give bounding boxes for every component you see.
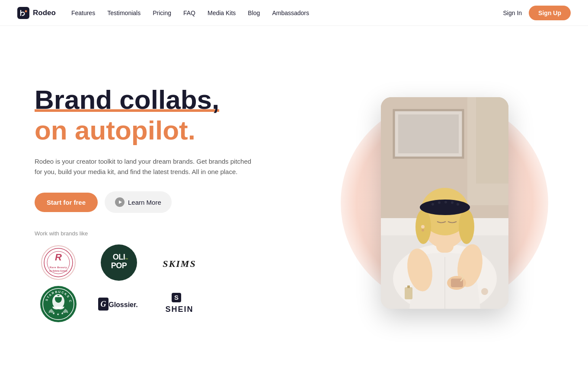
hero-right — [336, 97, 553, 309]
brand-rare-beauty: R Rare Beauty by Selena Gomez — [35, 245, 82, 280]
hero-buttons: Start for free Learn More — [35, 191, 303, 213]
brands-label: Work with brands like — [35, 230, 303, 237]
svg-point-41 — [431, 203, 434, 206]
play-icon — [115, 197, 125, 207]
brand-shein: S SHEIN — [156, 287, 203, 321]
svg-point-44 — [451, 201, 454, 204]
svg-rect-31 — [467, 97, 508, 205]
learn-more-label: Learn More — [128, 199, 161, 206]
nav-link-features[interactable]: Features — [71, 10, 95, 16]
hero-left: Brand collabs, on autopilot. Rodeo is yo… — [35, 84, 303, 321]
nav-links: Features Testimonials Pricing FAQ Media … — [71, 10, 309, 16]
logo-icon — [17, 7, 29, 19]
svg-text:SKIMS: SKIMS — [163, 258, 196, 269]
svg-text:Rare Beauty: Rare Beauty — [50, 266, 67, 269]
svg-point-1 — [25, 10, 27, 12]
hero-description: Rodeo is your creator toolkit to land yo… — [35, 156, 259, 178]
svg-text:by Selena Gomez: by Selena Gomez — [49, 270, 67, 272]
brand-olipop: OLI POP ™ — [95, 245, 143, 280]
svg-point-42 — [438, 201, 441, 204]
nav-right: Sign In Sign Up — [503, 6, 571, 20]
nav-link-pricing[interactable]: Pricing — [153, 10, 171, 16]
svg-text:★: ★ — [61, 312, 64, 315]
svg-rect-53 — [407, 285, 410, 288]
svg-text:™: ™ — [125, 257, 128, 261]
nav-left: Rodeo Features Testimonials Pricing FAQ … — [17, 7, 309, 19]
svg-rect-0 — [17, 7, 29, 19]
hero-title-line2: on autopilot. — [35, 115, 303, 146]
logo[interactable]: Rodeo — [17, 7, 56, 19]
svg-text:S: S — [174, 294, 179, 301]
brand-glossier: G Glossier. — [95, 287, 143, 321]
brands-grid: R Rare Beauty by Selena Gomez OLI POP ™ — [35, 245, 303, 321]
nav-link-ambassadors[interactable]: Ambassadors — [272, 10, 309, 16]
svg-text:POP: POP — [111, 261, 127, 270]
svg-rect-52 — [405, 287, 412, 299]
svg-text:SHEIN: SHEIN — [165, 305, 193, 314]
hero-phone-mockup — [381, 97, 508, 309]
svg-text:G: G — [101, 300, 106, 308]
svg-text:R: R — [55, 252, 62, 263]
nav-link-blog[interactable]: Blog — [248, 10, 260, 16]
logo-text: Rodeo — [33, 9, 56, 17]
navbar: Rodeo Features Testimonials Pricing FAQ … — [0, 0, 588, 26]
svg-point-46 — [421, 225, 425, 228]
svg-point-54 — [481, 288, 488, 295]
hero-section: Brand collabs, on autopilot. Rodeo is yo… — [0, 26, 588, 371]
nav-link-mediakits[interactable]: Media Kits — [208, 10, 236, 16]
svg-text:OLI: OLI — [113, 253, 125, 261]
svg-text:★: ★ — [52, 312, 55, 315]
svg-point-45 — [457, 203, 459, 206]
hero-title: Brand collabs, on autopilot. — [35, 84, 303, 146]
nav-link-testimonials[interactable]: Testimonials — [107, 10, 141, 16]
signup-button[interactable]: Sign Up — [529, 6, 571, 20]
start-for-free-button[interactable]: Start for free — [35, 193, 98, 212]
signin-button[interactable]: Sign In — [503, 10, 522, 16]
svg-rect-29 — [398, 114, 459, 153]
learn-more-button[interactable]: Learn More — [105, 191, 172, 213]
svg-text:★: ★ — [57, 313, 59, 316]
brand-skims: SKIMS — [156, 245, 203, 280]
nav-link-faq[interactable]: FAQ — [183, 10, 195, 16]
brand-starbucks: STARBUCKS COFFEE ★ ★ ★ — [35, 287, 82, 321]
hero-title-line1: Brand collabs, — [35, 85, 219, 114]
svg-point-47 — [422, 229, 424, 231]
svg-point-43 — [444, 201, 447, 203]
svg-point-39 — [459, 209, 474, 244]
svg-text:Glossier.: Glossier. — [109, 301, 138, 308]
